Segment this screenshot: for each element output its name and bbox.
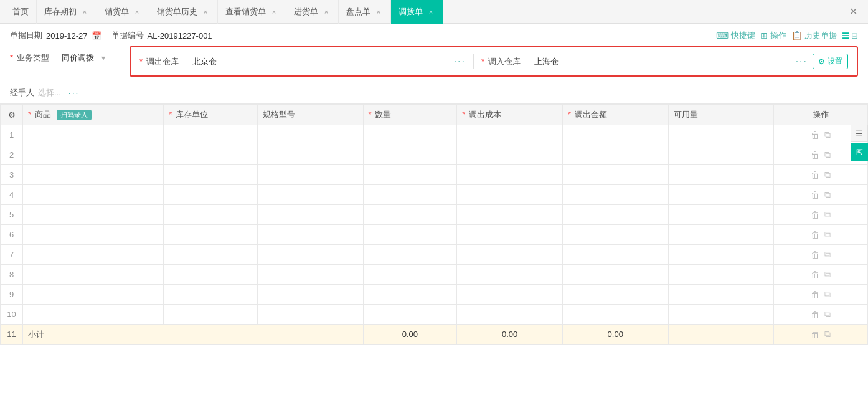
- row-qty-6[interactable]: [363, 225, 457, 245]
- row-spec-9[interactable]: [257, 285, 363, 305]
- copy-icon-10[interactable]: ⧉: [824, 309, 831, 320]
- copy-icon-3[interactable]: ⧉: [824, 169, 831, 180]
- business-type-dropdown-icon[interactable]: ▾: [101, 54, 105, 62]
- delete-icon-9[interactable]: 🗑: [811, 290, 819, 300]
- tab-purchase-order[interactable]: 进货单 ×: [286, 0, 339, 24]
- row-spec-2[interactable]: [257, 145, 363, 165]
- row-available-8[interactable]: [668, 265, 774, 285]
- row-cost-10[interactable]: [457, 305, 563, 325]
- doc-date-value[interactable]: 2019-12-27: [46, 31, 88, 40]
- row-amount-4[interactable]: [562, 185, 668, 205]
- row-unit-4[interactable]: [164, 185, 258, 205]
- row-unit-7[interactable]: [164, 245, 258, 265]
- row-unit-8[interactable]: [164, 265, 258, 285]
- row-available-4[interactable]: [668, 185, 774, 205]
- row-amount-7[interactable]: [562, 245, 668, 265]
- tab-view-sales[interactable]: 查看销货单 ×: [218, 0, 286, 24]
- handler-placeholder[interactable]: 选择...: [38, 87, 61, 98]
- copy-icon-9[interactable]: ⧉: [824, 289, 831, 300]
- copy-icon-2[interactable]: ⧉: [824, 150, 831, 160]
- row-unit-10[interactable]: [164, 305, 258, 325]
- calendar-icon[interactable]: 📅: [92, 31, 101, 40]
- row-available-1[interactable]: [668, 125, 774, 145]
- warehouse-in-value[interactable]: 上海仓: [534, 56, 559, 67]
- delete-icon-7[interactable]: 🗑: [811, 250, 819, 260]
- copy-icon-4[interactable]: ⧉: [824, 189, 831, 200]
- row-amount-3[interactable]: [562, 165, 668, 185]
- row-amount-8[interactable]: [562, 265, 668, 285]
- row-qty-4[interactable]: [363, 185, 457, 205]
- delete-icon-4[interactable]: 🗑: [811, 190, 819, 200]
- row-cost-5[interactable]: [457, 205, 563, 225]
- window-close-button[interactable]: ✕: [843, 2, 863, 22]
- row-amount-6[interactable]: [562, 225, 668, 245]
- layout-list-icon[interactable]: ☰: [842, 31, 849, 40]
- settings-button[interactable]: ⚙ 设置: [813, 54, 848, 69]
- subtotal-copy-icon[interactable]: ⧉: [824, 329, 831, 340]
- row-goods-1[interactable]: [23, 125, 164, 145]
- delete-icon-3[interactable]: 🗑: [811, 170, 819, 180]
- tab-sales-order-close[interactable]: ×: [133, 7, 141, 16]
- row-qty-10[interactable]: [363, 305, 457, 325]
- row-goods-4[interactable]: [23, 185, 164, 205]
- row-available-2[interactable]: [668, 145, 774, 165]
- tab-sales-order[interactable]: 销货单 ×: [97, 0, 149, 24]
- row-goods-8[interactable]: [23, 265, 164, 285]
- subtotal-delete-icon[interactable]: 🗑: [811, 330, 819, 340]
- row-cost-4[interactable]: [457, 185, 563, 205]
- row-available-3[interactable]: [668, 165, 774, 185]
- delete-icon-5[interactable]: 🗑: [811, 210, 819, 220]
- row-unit-2[interactable]: [164, 145, 258, 165]
- tab-inventory-init-close[interactable]: ×: [80, 7, 89, 16]
- row-spec-6[interactable]: [257, 225, 363, 245]
- row-spec-7[interactable]: [257, 245, 363, 265]
- row-cost-3[interactable]: [457, 165, 563, 185]
- row-goods-10[interactable]: [23, 305, 164, 325]
- business-type-value[interactable]: 同价调拨: [62, 52, 94, 64]
- warehouse-out-value[interactable]: 北京仓: [192, 56, 217, 67]
- row-spec-8[interactable]: [257, 265, 363, 285]
- delete-icon-1[interactable]: 🗑: [811, 130, 819, 140]
- tab-purchase-order-close[interactable]: ×: [322, 7, 331, 16]
- row-amount-9[interactable]: [562, 285, 668, 305]
- row-unit-3[interactable]: [164, 165, 258, 185]
- col-settings-header[interactable]: ⚙: [1, 105, 23, 125]
- delete-icon-2[interactable]: 🗑: [811, 150, 819, 160]
- row-available-9[interactable]: [668, 285, 774, 305]
- layout-grid-icon[interactable]: ⊟: [851, 31, 858, 40]
- tab-inventory-init[interactable]: 库存期初 ×: [37, 0, 97, 24]
- row-spec-10[interactable]: [257, 305, 363, 325]
- row-cost-8[interactable]: [457, 265, 563, 285]
- row-cost-6[interactable]: [457, 225, 563, 245]
- row-goods-6[interactable]: [23, 225, 164, 245]
- row-spec-5[interactable]: [257, 205, 363, 225]
- row-available-5[interactable]: [668, 205, 774, 225]
- row-goods-9[interactable]: [23, 285, 164, 305]
- row-unit-9[interactable]: [164, 285, 258, 305]
- delete-icon-6[interactable]: 🗑: [811, 230, 819, 240]
- row-available-10[interactable]: [668, 305, 774, 325]
- row-spec-1[interactable]: [257, 125, 363, 145]
- row-cost-1[interactable]: [457, 125, 563, 145]
- row-available-7[interactable]: [668, 245, 774, 265]
- row-qty-7[interactable]: [363, 245, 457, 265]
- tab-transfer-order-close[interactable]: ×: [427, 7, 435, 16]
- copy-icon-7[interactable]: ⧉: [824, 249, 831, 260]
- copy-icon-6[interactable]: ⧉: [824, 229, 831, 240]
- tab-sales-history-close[interactable]: ×: [201, 7, 210, 16]
- tab-transfer-order[interactable]: 调拨单 ×: [391, 0, 443, 24]
- copy-icon-8[interactable]: ⧉: [824, 269, 831, 280]
- history-button[interactable]: 📋 历史单据: [791, 30, 837, 41]
- shortcuts-button[interactable]: ⌨ 快捷键: [716, 30, 755, 41]
- row-cost-9[interactable]: [457, 285, 563, 305]
- tab-sales-history[interactable]: 销货单历史 ×: [149, 0, 218, 24]
- row-spec-3[interactable]: [257, 165, 363, 185]
- tab-view-sales-close[interactable]: ×: [270, 7, 278, 16]
- row-cost-2[interactable]: [457, 145, 563, 165]
- tab-inventory-check-close[interactable]: ×: [374, 7, 383, 16]
- row-amount-1[interactable]: [562, 125, 668, 145]
- delete-icon-10[interactable]: 🗑: [811, 310, 819, 320]
- scan-button[interactable]: 扫码录入: [57, 110, 92, 120]
- row-goods-7[interactable]: [23, 245, 164, 265]
- table-settings-icon[interactable]: ⚙: [8, 110, 16, 120]
